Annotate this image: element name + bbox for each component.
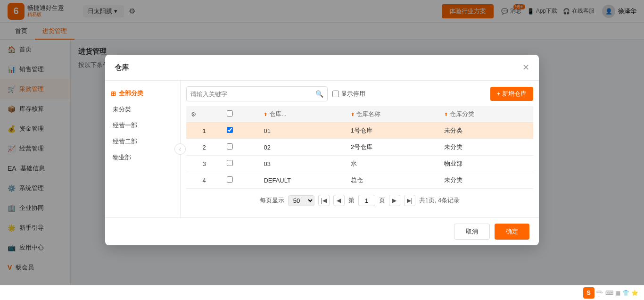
category-item-dept1[interactable]: 经营一部 <box>105 117 180 133</box>
next-page-button[interactable]: ▶ <box>389 195 400 206</box>
brand-label: 中· <box>596 289 603 297</box>
th-code[interactable]: ⬆ 仓库... <box>259 106 346 123</box>
row-name: 水 <box>346 156 440 172</box>
row-num: 3 <box>186 156 222 172</box>
category-all-header[interactable]: ⊞ 全部分类 <box>105 85 180 101</box>
table-row[interactable]: 2 02 2号仓库 未分类 <box>186 139 533 156</box>
category-item-property[interactable]: 物业部 <box>105 150 180 166</box>
row-code: DEFAULT <box>259 172 346 189</box>
th-settings: ⚙ <box>186 106 222 123</box>
modal-close-button[interactable]: ✕ <box>522 62 529 73</box>
s-logo-icon: S <box>583 287 594 299</box>
table-row[interactable]: 3 03 水 物业部 <box>186 156 533 172</box>
search-input[interactable] <box>190 91 315 98</box>
sort-icon-code: ⬆ <box>264 112 267 117</box>
row-checkbox[interactable] <box>227 143 233 150</box>
show-disabled-label: 显示停用 <box>341 90 365 98</box>
page-number-input[interactable] <box>358 195 375 206</box>
row-code: 03 <box>259 156 346 172</box>
row-checkbox-cell <box>222 123 259 139</box>
gear-th-icon: ⚙ <box>191 111 197 118</box>
warehouse-modal: 仓库 ✕ ⊞ 全部分类 未分类 经营一部 经营二部 物业部 ‹ <box>105 55 539 245</box>
row-category: 未分类 <box>439 172 533 189</box>
per-page-label: 每页显示 <box>260 196 284 205</box>
category-item-dept2[interactable]: 经营二部 <box>105 133 180 150</box>
row-num: 1 <box>186 123 222 139</box>
page-label: 第 <box>348 196 355 205</box>
search-input-wrap: 🔍 <box>186 86 328 101</box>
grid-icon: ⊞ <box>111 90 116 97</box>
row-checkbox-cell <box>222 172 259 189</box>
row-checkbox-cell <box>222 156 259 172</box>
row-checkbox[interactable] <box>227 176 233 183</box>
shirt-icon: 👕 <box>622 290 629 296</box>
modal-header: 仓库 ✕ <box>105 55 539 81</box>
grid-status-icon: ▦ <box>615 290 620 296</box>
show-disabled-checkbox[interactable] <box>332 91 339 97</box>
table-panel: 🔍 显示停用 + 新增仓库 ⚙ <box>181 81 539 217</box>
cancel-button[interactable]: 取消 <box>454 224 490 240</box>
category-item-unclassified[interactable]: 未分类 <box>105 101 180 117</box>
th-name[interactable]: ⬆ 仓库名称 <box>346 106 440 123</box>
row-name: 1号仓库 <box>346 123 440 139</box>
first-page-button[interactable]: |◀ <box>318 195 330 206</box>
add-warehouse-button[interactable]: + 新增仓库 <box>490 87 533 101</box>
row-code: 01 <box>259 123 346 139</box>
status-brand: S 中· ⌨ ▦ 👕 ⭐ <box>583 287 638 299</box>
table-row[interactable]: 1 01 1号仓库 未分类 <box>186 123 533 139</box>
sort-icon-name: ⬆ <box>351 112 355 117</box>
page-size-select[interactable]: 50 10 20 100 <box>288 195 314 206</box>
pagination: 每页显示 50 10 20 100 |◀ ◀ 第 页 ▶ ▶| 共1页, 4条记… <box>186 189 533 212</box>
modal-body: ⊞ 全部分类 未分类 经营一部 经营二部 物业部 ‹ 🔍 <box>105 81 539 217</box>
warehouse-table: ⚙ ⬆ 仓库... ⬆ 仓库名称 ⬆ 仓库分类 1 01 1号仓库 未分类 2 … <box>186 106 533 189</box>
row-checkbox[interactable] <box>227 160 233 166</box>
search-icon[interactable]: 🔍 <box>315 90 323 98</box>
show-disabled-wrapper: 显示停用 <box>332 90 365 98</box>
category-panel: ⊞ 全部分类 未分类 经营一部 经营二部 物业部 ‹ <box>105 81 181 217</box>
table-scroll-area: ⚙ ⬆ 仓库... ⬆ 仓库名称 ⬆ 仓库分类 1 01 1号仓库 未分类 2 … <box>186 106 533 189</box>
row-code: 02 <box>259 139 346 156</box>
last-page-button[interactable]: ▶| <box>404 195 415 206</box>
th-category[interactable]: ⬆ 仓库分类 <box>439 106 533 123</box>
row-checkbox[interactable] <box>227 127 233 133</box>
confirm-button[interactable]: 确定 <box>495 224 529 240</box>
row-num: 2 <box>186 139 222 156</box>
modal-overlay: 仓库 ✕ ⊞ 全部分类 未分类 经营一部 经营二部 物业部 ‹ <box>0 0 644 300</box>
star-status-icon: ⭐ <box>631 290 638 296</box>
status-bar: S 中· ⌨ ▦ 👕 ⭐ <box>0 285 644 300</box>
row-num: 4 <box>186 172 222 189</box>
row-category: 物业部 <box>439 156 533 172</box>
row-name: 2号仓库 <box>346 139 440 156</box>
prev-page-button[interactable]: ◀ <box>333 195 345 206</box>
modal-title: 仓库 <box>115 63 129 72</box>
row-checkbox-cell <box>222 139 259 156</box>
category-all-label: 全部分类 <box>119 89 143 98</box>
table-row[interactable]: 4 DEFAULT 总仓 未分类 <box>186 172 533 189</box>
keyboard-icon: ⌨ <box>605 290 613 296</box>
category-collapse-button[interactable]: ‹ <box>174 143 186 155</box>
modal-footer: 取消 确定 <box>105 217 539 245</box>
row-category: 未分类 <box>439 123 533 139</box>
page-unit: 页 <box>379 196 385 205</box>
row-name: 总仓 <box>346 172 440 189</box>
total-info: 共1页, 4条记录 <box>419 196 460 205</box>
th-checkbox <box>222 106 259 123</box>
select-all-checkbox[interactable] <box>227 110 233 117</box>
sort-icon-category: ⬆ <box>444 112 448 117</box>
table-toolbar: 🔍 显示停用 + 新增仓库 <box>186 86 533 101</box>
row-category: 未分类 <box>439 139 533 156</box>
